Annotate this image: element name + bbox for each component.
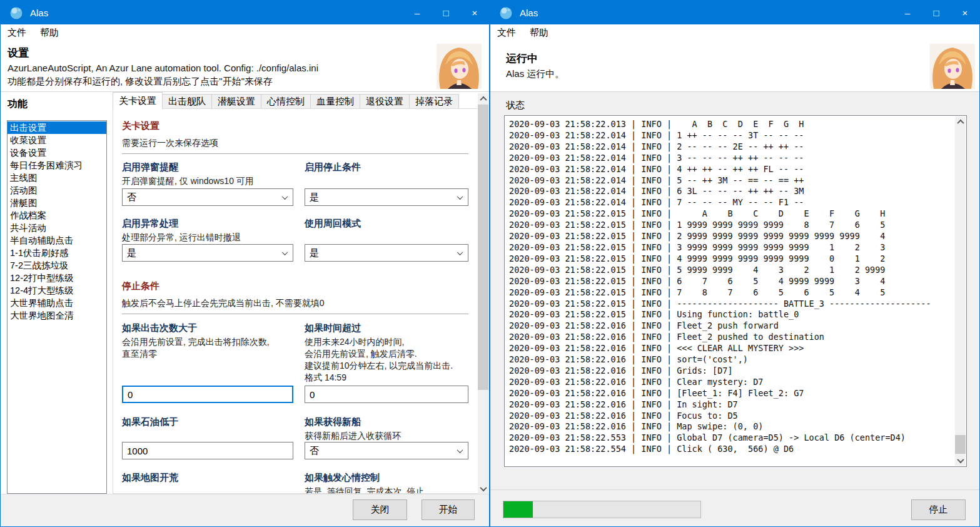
form-row: 启用异常处理处理部分异常, 运行出错时撤退是使用周回模式是 xyxy=(122,218,468,262)
dropdown[interactable]: 是 xyxy=(122,244,293,262)
log-lines: 2020-09-03 21:58:22.013 | INFO | A B C D… xyxy=(509,119,966,455)
settings-scrollbar[interactable] xyxy=(478,93,488,494)
log-output[interactable]: 2020-09-03 21:58:22.013 | INFO | A B C D… xyxy=(504,115,967,467)
section-desc: 需要运行一次来保存选项 xyxy=(122,138,468,149)
dropdown[interactable]: 否 xyxy=(122,188,293,206)
form-row: 启用弹窗提醒开启弹窗提醒, 仅 windows10 可用否启用停止条件是 xyxy=(122,161,468,206)
log-line: 2020-09-03 21:58:22.015 | INFO | 2 9999 … xyxy=(509,231,966,242)
sidebar-item[interactable]: 每日任务困难演习 xyxy=(8,159,106,171)
text-input[interactable]: 0 xyxy=(122,386,293,403)
titlebar: Alas – □ × xyxy=(490,1,979,24)
sidebar-item[interactable]: 12-4打大型练级 xyxy=(8,284,106,297)
log-line: 2020-09-03 21:58:22.015 | INFO | Using f… xyxy=(509,309,966,320)
maximize-button[interactable]: □ xyxy=(432,1,460,24)
tab-6[interactable]: 退役设置 xyxy=(360,94,410,109)
section-desc: 触发后不会马上停止会先完成当前出击, 不需要就填0 xyxy=(122,298,468,309)
maximize-button[interactable]: □ xyxy=(922,1,951,24)
form-rows: 如果出击次数大于会沿用先前设置, 完成出击将扣除次数,直至清零0如果时间超过使用… xyxy=(122,322,468,494)
settings-header: 设置 AzurLaneAutoScript, An Azur Lane auto… xyxy=(1,41,489,92)
tab-2[interactable]: 出击舰队 xyxy=(162,94,212,109)
sidebar-item[interactable]: 活动图 xyxy=(8,184,106,197)
sidebar-item[interactable]: 潜艇图 xyxy=(8,197,106,209)
status-subtitle: Alas 运行中。 xyxy=(506,68,979,80)
sidebar-item[interactable]: 出击设置 xyxy=(8,121,106,134)
field-desc: 格式 14:59 xyxy=(305,372,468,384)
text-input[interactable]: 0 xyxy=(305,386,468,403)
chevron-down-icon xyxy=(457,249,463,255)
tab-3[interactable]: 潜艇设置 xyxy=(211,94,261,109)
avatar xyxy=(437,44,482,89)
close-window-button[interactable]: × xyxy=(951,1,979,24)
log-line: 2020-09-03 21:58:22.553 | INFO | Global … xyxy=(509,432,966,444)
log-line: 2020-09-03 21:58:22.015 | INFO | A B C D… xyxy=(509,208,966,220)
window-controls: – □ × xyxy=(403,1,489,24)
dropdown[interactable]: 否 xyxy=(305,442,468,459)
sidebar-item[interactable]: 7-2三战拣垃圾 xyxy=(8,259,106,272)
chevron-down-icon xyxy=(457,193,463,200)
titlebar: Alas – □ × xyxy=(1,1,489,24)
sidebar-item[interactable]: 作战档案 xyxy=(8,209,106,222)
field-desc: 获得新船后进入收获循环 xyxy=(305,430,468,442)
sidebar-item[interactable]: 1-1伏击刷好感 xyxy=(8,247,106,259)
tab-5[interactable]: 血量控制 xyxy=(310,94,360,109)
minimize-button[interactable]: – xyxy=(893,1,922,24)
text-input[interactable]: 1000 xyxy=(122,442,293,459)
sidebar-item[interactable]: 12-2打中型练级 xyxy=(8,272,106,284)
menu-item[interactable]: 文件 xyxy=(8,27,26,39)
sidebar-item[interactable]: 半自动辅助点击 xyxy=(8,234,106,247)
stop-button[interactable]: 停止 xyxy=(911,499,966,520)
start-button[interactable]: 开始 xyxy=(422,499,475,520)
header-description-2: 功能都是分别保存和运行的, 修改设置后别忘了点击"开始"来保存 xyxy=(8,76,489,88)
scroll-down-icon[interactable] xyxy=(478,483,488,494)
settings-footer: 关闭 开始 xyxy=(1,494,489,526)
alas-app-icon xyxy=(498,5,513,20)
sidebar-item[interactable]: 大世界地图全清 xyxy=(8,309,106,322)
sidebar-item[interactable]: 大世界辅助点击 xyxy=(8,297,106,309)
sidebar-item[interactable]: 设备设置 xyxy=(8,146,106,159)
minimize-button[interactable]: – xyxy=(403,1,432,24)
log-line: 2020-09-03 21:58:22.014 | INFO | 5 -- ++… xyxy=(509,175,966,187)
log-line: 2020-09-03 21:58:22.015 | INFO | 5 9999 … xyxy=(509,265,966,276)
sidebar-item[interactable]: 主线图 xyxy=(8,171,106,184)
scroll-up-icon[interactable] xyxy=(478,93,488,104)
log-line: 2020-09-03 21:58:22.014 | INFO | 7 -- --… xyxy=(509,197,966,208)
form-field: 启用异常处理处理部分异常, 运行出错时撤退是 xyxy=(122,218,293,262)
field-label: 如果时间超过 xyxy=(305,322,468,336)
menubar: 文件帮助 xyxy=(1,24,489,41)
stage-settings-panel: 关卡设置 需要运行一次来保存选项 启用弹窗提醒开启弹窗提醒, 仅 windows… xyxy=(113,108,479,494)
window-title: Alas xyxy=(520,8,538,18)
menu-item[interactable]: 文件 xyxy=(497,27,516,39)
sidebar-item[interactable]: 收菜设置 xyxy=(8,134,106,146)
progress-bar xyxy=(503,501,701,518)
form-row: 如果出击次数大于会沿用先前设置, 完成出击将扣除次数,直至清零0如果时间超过使用… xyxy=(122,322,468,403)
dropdown-value: 是 xyxy=(310,192,319,203)
tab-4[interactable]: 心情控制 xyxy=(261,94,311,109)
tab-7[interactable]: 掉落记录 xyxy=(409,94,459,109)
scrollbar-thumb[interactable] xyxy=(955,435,966,454)
avatar xyxy=(930,44,975,89)
field-label: 启用弹窗提醒 xyxy=(122,161,293,175)
dropdown-value: 否 xyxy=(310,445,319,457)
divider xyxy=(122,314,468,314)
menu-item[interactable]: 帮助 xyxy=(40,27,59,39)
field-desc: 建议提前10分钟左右, 以完成当前出击. xyxy=(305,360,468,372)
sidebar-item[interactable]: 共斗活动 xyxy=(8,222,106,234)
form-rows: 启用弹窗提醒开启弹窗提醒, 仅 windows10 可用否启用停止条件是启用异常… xyxy=(122,161,468,262)
close-window-button[interactable]: × xyxy=(460,1,489,24)
status-area: 状态 2020-09-03 21:58:22.013 | INFO | A B … xyxy=(490,92,979,489)
scroll-down-icon[interactable] xyxy=(955,455,966,466)
log-scrollbar[interactable] xyxy=(955,116,966,466)
dropdown[interactable]: 是 xyxy=(305,188,468,206)
scrollbar-thumb[interactable] xyxy=(478,105,488,390)
log-line: 2020-09-03 21:58:22.014 | INFO | 1 ++ --… xyxy=(509,130,966,141)
log-line: 2020-09-03 21:58:22.016 | INFO | Clear m… xyxy=(509,377,966,388)
scroll-up-icon[interactable] xyxy=(955,116,966,127)
close-button[interactable]: 关闭 xyxy=(353,499,407,520)
log-line: 2020-09-03 21:58:22.014 | INFO | 2 -- --… xyxy=(509,141,966,153)
dropdown[interactable]: 是 xyxy=(305,244,468,262)
menu-item[interactable]: 帮助 xyxy=(530,27,548,39)
page-title: 设置 xyxy=(8,46,489,60)
tab-1[interactable]: 关卡设置 xyxy=(113,92,163,109)
form-field: 如果触发心情控制若是, 等待回复, 完成本次, 停止 xyxy=(305,472,468,494)
sidebar-title: 功能 xyxy=(8,98,28,111)
